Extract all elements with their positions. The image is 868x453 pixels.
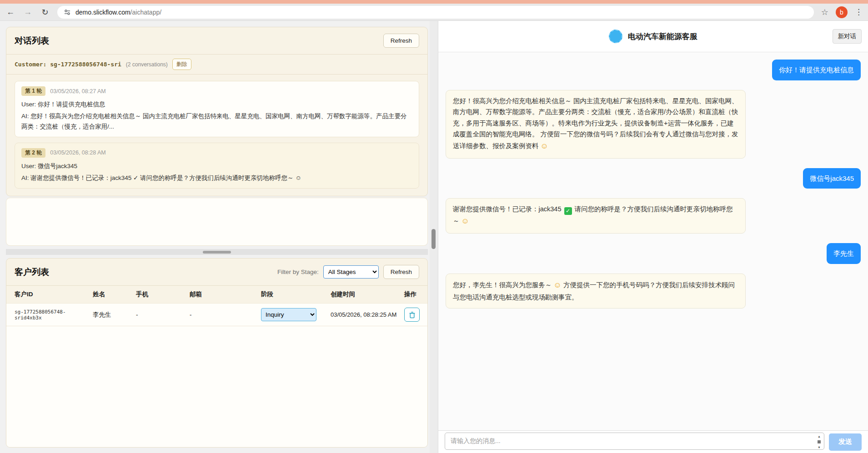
user-message-bubble: 李先生 xyxy=(827,243,861,264)
delete-row-button[interactable] xyxy=(404,308,420,322)
back-icon[interactable]: ← xyxy=(5,7,15,17)
customer-phone-cell: - xyxy=(136,311,190,318)
user-message-bubble: 微信号jack345 xyxy=(803,168,861,189)
conversation-round-item[interactable]: 第 1 轮03/05/2026, 08:27 AMUser: 你好！请提供充电桩… xyxy=(15,81,419,137)
ai-message-bubble: 您好，李先生！很高兴为您服务～ ☺ 方便提供一下您的手机号码吗？方便我们后续安排… xyxy=(446,274,746,309)
smiley-icon: ☺ xyxy=(541,142,548,150)
conversations-refresh-button[interactable]: Refresh xyxy=(383,34,419,48)
chat-message-row: 微信号jack345 xyxy=(446,168,861,189)
round-timestamp: 03/05/2026, 08:27 AM xyxy=(50,88,105,95)
conversation-round-item[interactable]: 第 2 轮03/05/2026, 08:28 AMUser: 微信号jack34… xyxy=(15,143,419,189)
browser-toolbar: ← → ↻ demo.slickflow.com/aichatapp/ ☆ b … xyxy=(0,4,868,21)
chat-message-row: 您好！很高兴为您介绍充电桩相关信息～ 国内主流充电桩厂家包括特来电、星星充电、国… xyxy=(446,90,861,159)
chat-message-row: 您好，李先生！很高兴为您服务～ ☺ 方便提供一下您的手机号码吗？方便我们后续安排… xyxy=(446,274,861,309)
ai-message-bubble: 谢谢您提供微信号！已记录：jack345 ✓ 请问您的称呼是？方便我们后续沟通时… xyxy=(446,198,746,234)
chat-message-area: 你好！请提供充电桩信息您好！很高兴为您介绍充电桩相关信息～ 国内主流充电桩厂家包… xyxy=(438,52,868,430)
column-header: 姓名 xyxy=(93,290,136,299)
chat-message-row: 谢谢您提供微信号！已记录：jack345 ✓ 请问您的称呼是？方便我们后续沟通时… xyxy=(446,198,861,234)
customer-email-cell: - xyxy=(190,311,261,318)
round-user-line: User: 你好！请提供充电桩信息 xyxy=(21,100,412,110)
customer-table-empty-area xyxy=(6,326,427,447)
chat-message-row: 你好！请提供充电桩信息 xyxy=(446,60,861,80)
scroll-thumb[interactable] xyxy=(818,440,821,443)
column-header: 客户ID xyxy=(15,290,93,299)
browser-menu-icon[interactable]: ⋮ xyxy=(855,7,863,17)
customer-id-cell: sg-1772588056748-srid4xb3x xyxy=(15,309,93,321)
conversation-rounds-list: 第 1 轮03/05/2026, 08:27 AMUser: 你好！请提供充电桩… xyxy=(6,75,427,196)
address-bar[interactable]: demo.slickflow.com/aichatapp/ xyxy=(57,6,814,19)
pane-resize-handle[interactable] xyxy=(6,249,428,255)
customer-name-cell: 李先生 xyxy=(93,311,136,319)
chat-header: 电动汽车新能源客服 新对话 xyxy=(438,21,868,52)
site-settings-icon[interactable] xyxy=(64,9,71,16)
textarea-scrollbar[interactable]: ▲ ▼ xyxy=(817,435,822,449)
forward-icon[interactable]: → xyxy=(23,7,33,17)
round-header: 第 2 轮03/05/2026, 08:28 AM xyxy=(21,148,412,158)
chat-pane: 电动汽车新能源客服 新对话 你好！请提供充电桩信息您好！很高兴为您介绍充电桩相关… xyxy=(438,21,868,453)
conversation-count: (2 conversations) xyxy=(126,61,168,68)
round-number-badge: 第 2 轮 xyxy=(21,148,45,158)
round-user-line: User: 微信号jack345 xyxy=(21,161,412,171)
conversation-detail-panel xyxy=(6,198,428,246)
table-row: sg-1772588056748-srid4xb3x李先生--Inquiry03… xyxy=(6,303,427,326)
delete-customer-button[interactable]: 删除 xyxy=(172,59,191,70)
round-timestamp: 03/05/2026, 08:28 AM xyxy=(50,149,105,156)
user-message-bubble: 你好！请提供充电桩信息 xyxy=(772,60,861,80)
round-number-badge: 第 1 轮 xyxy=(21,86,45,96)
browser-window-strip xyxy=(0,0,868,4)
scroll-up-icon[interactable]: ▲ xyxy=(818,435,821,438)
ai-message-bubble: 您好！很高兴为您介绍充电桩相关信息～ 国内主流充电桩厂家包括特来电、星星充电、国… xyxy=(446,90,746,159)
stage-cell: Inquiry xyxy=(261,308,331,321)
stage-select[interactable]: Inquiry xyxy=(261,308,316,321)
stage-filter-label: Filter by Stage: xyxy=(277,269,319,275)
app-page: 对话列表 Refresh Customer: sg-1772588056748-… xyxy=(0,21,868,453)
scroll-down-icon[interactable]: ▼ xyxy=(818,446,821,449)
customers-refresh-button[interactable]: Refresh xyxy=(383,265,419,279)
chat-title: 电动汽车新能源客服 xyxy=(628,31,697,42)
chatbot-avatar xyxy=(609,30,622,43)
created-time-cell: 03/05/2026, 08:28:25 AM xyxy=(331,311,404,319)
stage-filter-select[interactable]: All Stages xyxy=(323,265,379,279)
send-button[interactable]: 发送 xyxy=(829,433,862,451)
left-pane-scrollbar[interactable] xyxy=(430,21,438,453)
customer-list-title: 客户列表 xyxy=(15,266,49,278)
url-text: demo.slickflow.com/aichatapp/ xyxy=(75,9,161,16)
new-chat-button[interactable]: 新对话 xyxy=(833,29,862,44)
browser-profile-avatar[interactable]: b xyxy=(836,6,848,18)
conversation-list-card: 对话列表 Refresh Customer: sg-1772588056748-… xyxy=(6,27,428,196)
chat-message-input[interactable] xyxy=(445,433,824,450)
scrollbar-thumb[interactable] xyxy=(431,229,436,249)
column-header: 创建时间 xyxy=(331,290,404,299)
check-icon: ✓ xyxy=(564,207,572,215)
conversation-list-title: 对话列表 xyxy=(15,35,49,47)
round-header: 第 1 轮03/05/2026, 08:27 AM xyxy=(21,86,412,96)
resize-grip[interactable] xyxy=(203,251,231,254)
round-ai-line: AI: 谢谢您提供微信号！已记录：jack345 ✓ 请问您的称呼是？方便我们后… xyxy=(21,173,412,183)
chat-message-row: 李先生 xyxy=(446,243,861,264)
customer-id-label: Customer: sg-1772588056748-sri xyxy=(15,61,121,68)
chat-input-bar: ▲ ▼ 发送 xyxy=(438,430,868,453)
actions-cell xyxy=(404,308,420,322)
column-header: 阶段 xyxy=(261,290,331,299)
round-ai-line: AI: 您好！很高兴为您介绍充电桩相关信息～ 国内主流充电桩厂家包括特来电、星星… xyxy=(21,111,412,132)
smiley-icon: ☺ xyxy=(554,281,562,289)
reload-icon[interactable]: ↻ xyxy=(40,7,50,17)
bookmark-star-icon[interactable]: ☆ xyxy=(821,7,828,17)
column-header: 邮箱 xyxy=(190,290,261,299)
customer-list-card: 客户列表 Filter by Stage: All Stages Refresh… xyxy=(6,258,428,448)
customer-summary-row: Customer: sg-1772588056748-sri (2 conver… xyxy=(6,54,427,75)
column-header: 手机 xyxy=(136,290,190,299)
admin-left-pane: 对话列表 Refresh Customer: sg-1772588056748-… xyxy=(0,21,430,453)
customer-table-header: 客户ID姓名手机邮箱阶段创建时间操作 xyxy=(6,285,427,303)
smiley-icon: ☺ xyxy=(462,217,469,225)
column-header: 操作 xyxy=(404,290,419,299)
